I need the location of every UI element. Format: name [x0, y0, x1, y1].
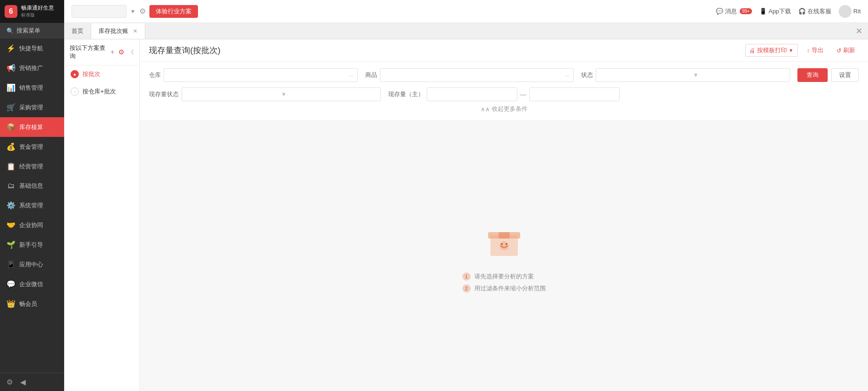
page-header-actions: 🖨 按模板打印 ▼ ↑ 导出 ↺ 刷新 [745, 44, 859, 57]
message-icon: 💬 [716, 8, 723, 15]
sidebar-item-label: 快捷导航 [19, 44, 43, 53]
sidebar-item-wechat[interactable]: 💬 企业微信 [0, 274, 64, 294]
sidebar-item-label: 营销推广 [19, 64, 43, 72]
marketing-icon: 📢 [6, 64, 16, 72]
shortcut-icon: ⚡ [6, 44, 16, 53]
scheme-header-icons: + ⚙ 《 [110, 48, 134, 56]
app-download-button[interactable]: 📱 App下载 [759, 7, 791, 16]
tab-home[interactable]: 首页 [64, 23, 91, 39]
svg-point-5 [505, 243, 507, 245]
qty-to-field[interactable] [529, 87, 620, 101]
filter-inventory-qty: 现存量（主） — [388, 87, 620, 101]
print-template-button[interactable]: 🖨 按模板打印 ▼ [745, 44, 798, 57]
sidebar-item-guide[interactable]: 🌱 新手引导 [0, 235, 64, 255]
online-service-button[interactable]: 🎧 在线客服 [798, 7, 831, 16]
sidebar-item-label: 经营管理 [19, 163, 43, 171]
message-label: 消息 [725, 7, 737, 16]
guide-icon: 🌱 [6, 240, 16, 249]
sidebar-item-label: 应用中心 [19, 261, 43, 269]
collapse-scheme-icon[interactable]: 《 [128, 48, 134, 56]
filter-goods: 商品 ··· [365, 68, 574, 82]
scheme-store-batch-label: 按仓库+批次 [82, 87, 116, 96]
refresh-button[interactable]: ↺ 刷新 [833, 44, 859, 56]
sidebar-item-sales[interactable]: 📊 销售管理 [0, 78, 64, 98]
active-tab-label: 库存批次账 [99, 27, 128, 35]
warehouse-dots-icon[interactable]: ··· [349, 72, 354, 79]
filter-row-2: 现存量状态 ▼ 现存量（主） — [149, 87, 859, 101]
trial-button[interactable]: 体验行业方案 [149, 5, 198, 18]
online-service-label: 在线客服 [808, 7, 831, 16]
empty-step-2: 2 用过滤条件来缩小分析范围 [462, 284, 546, 293]
inventory-qty-range: — [427, 87, 620, 101]
wechat-icon: 💬 [6, 280, 16, 288]
qty-from-field[interactable] [427, 87, 517, 101]
inventory-status-label: 现存量状态 [149, 90, 179, 98]
tabs-close-all-button[interactable]: ✕ [850, 26, 868, 36]
warehouse-input[interactable] [168, 72, 349, 79]
sidebar-item-label: 企业协同 [19, 221, 43, 229]
goods-field[interactable]: ··· [380, 68, 574, 82]
sidebar-item-system[interactable]: ⚙️ 系统管理 [0, 196, 64, 215]
print-dropdown-icon[interactable]: ▼ [789, 48, 794, 53]
scheme-inactive-icon: ○ [71, 87, 79, 96]
export-icon: ↑ [807, 47, 810, 54]
sidebar-item-basic[interactable]: 🗂 基础信息 [0, 176, 64, 196]
scheme-by-batch[interactable]: ● 按批次 [64, 65, 139, 83]
user-avatar-button[interactable]: Rit [839, 5, 861, 18]
collapse-more-button[interactable]: ∧∧ 收起更多条件 [149, 101, 859, 114]
query-button[interactable]: 查询 [797, 68, 828, 82]
page-title: 现存量查询(按批次) [149, 45, 220, 56]
topbar-search-box [71, 5, 126, 18]
settings-button[interactable]: 设置 [831, 68, 859, 82]
status-select[interactable]: ▼ [596, 68, 790, 82]
empty-state: 1 请先选择要分析的方案 2 用过滤条件来缩小分析范围 [140, 121, 868, 391]
svg-point-4 [501, 243, 503, 245]
tab-inventory-batch[interactable]: 库存批次账 ✕ [91, 23, 145, 39]
sidebar-item-finance[interactable]: 💰 资金管理 [0, 137, 64, 157]
main-area: ▼ ⚙ 体验行业方案 💬 消息 99+ 📱 App下载 🎧 在线客服 Rit [64, 0, 868, 391]
sales-icon: 📊 [6, 83, 16, 92]
sidebar-item-purchase[interactable]: 🛒 采购管理 [0, 98, 64, 117]
goods-input[interactable] [384, 72, 565, 79]
sidebar-item-inventory[interactable]: 📦 库存核算 [0, 117, 64, 137]
topbar-right: 💬 消息 99+ 📱 App下载 🎧 在线客服 Rit [716, 5, 861, 18]
sidebar-item-collab[interactable]: 🤝 企业协同 [0, 215, 64, 235]
refresh-icon: ↺ [836, 47, 841, 54]
step-num-2: 2 [462, 284, 471, 293]
topbar-dropdown-arrow-icon[interactable]: ▼ [130, 8, 136, 15]
sidebar-item-member[interactable]: 👑 畅会员 [0, 294, 64, 314]
scheme-by-store-batch[interactable]: ○ 按仓库+批次 [64, 83, 139, 100]
step-2-label: 用过滤条件来缩小分析范围 [474, 284, 546, 293]
settings-scheme-icon[interactable]: ⚙ [118, 48, 124, 56]
message-badge: 99+ [740, 8, 752, 14]
sidebar-footer: ⚙ ◀ [0, 373, 64, 391]
warehouse-label: 仓库 [149, 71, 161, 79]
qty-from-input[interactable] [431, 91, 513, 98]
footer-settings-icon[interactable]: ⚙ [6, 378, 13, 386]
sidebar-item-apps[interactable]: 📱 应用中心 [0, 255, 64, 274]
sidebar-item-label: 系统管理 [19, 201, 43, 210]
company-name: 畅康通好生意 [21, 5, 54, 12]
sidebar-item-label: 销售管理 [19, 84, 43, 92]
sidebar-item-ops[interactable]: 📋 经营管理 [0, 157, 64, 176]
sidebar-item-label: 库存核算 [19, 123, 43, 131]
sidebar-item-marketing[interactable]: 📢 营销推广 [0, 58, 64, 78]
qty-to-input[interactable] [533, 91, 616, 98]
goods-dots-icon[interactable]: ··· [565, 72, 570, 79]
topbar-left: ▼ ⚙ 体验行业方案 [71, 5, 712, 18]
scheme-header-label: 按以下方案查询 [70, 44, 108, 60]
tab-close-icon[interactable]: ✕ [133, 28, 137, 34]
sidebar-item-search[interactable]: 🔍 搜索菜单 [0, 23, 64, 38]
message-button[interactable]: 💬 消息 99+ [716, 7, 752, 16]
sidebar-nav: 🔍 搜索菜单 ⚡ 快捷导航 📢 营销推广 📊 销售管理 🛒 采购管理 📦 库存核… [0, 23, 64, 373]
export-button[interactable]: ↑ 导出 [803, 44, 828, 56]
footer-collapse-icon[interactable]: ◀ [20, 378, 26, 386]
ops-icon: 📋 [6, 162, 16, 171]
sidebar-item-label: 企业微信 [19, 280, 43, 288]
warehouse-field[interactable]: ··· [164, 68, 358, 82]
topbar-gear-icon[interactable]: ⚙ [139, 7, 146, 16]
inventory-status-select[interactable]: ▼ [181, 87, 381, 101]
add-scheme-icon[interactable]: + [110, 48, 115, 56]
inventory-status-dropdown-icon: ▼ [281, 91, 376, 98]
sidebar-item-shortcut[interactable]: ⚡ 快捷导航 [0, 38, 64, 58]
